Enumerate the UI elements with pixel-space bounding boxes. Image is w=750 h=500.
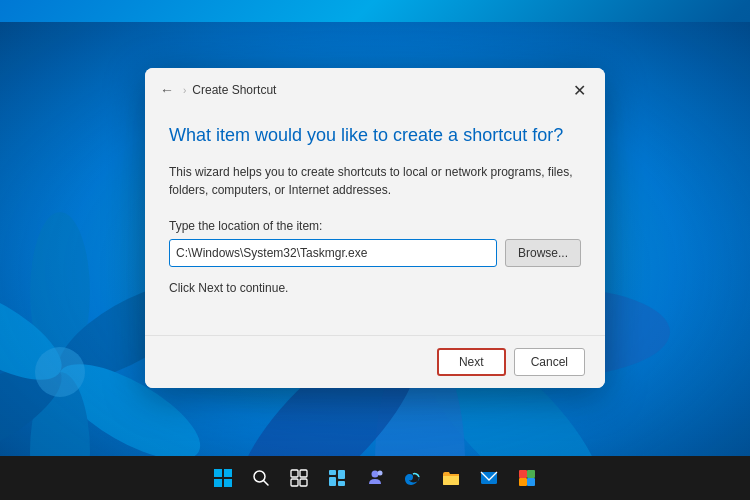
- dialog-footer: Next Cancel: [145, 335, 605, 388]
- dialog-heading: What item would you like to create a sho…: [169, 124, 581, 147]
- create-shortcut-dialog: ← › Create Shortcut ✕ What item would yo…: [145, 68, 605, 388]
- hint-text: Click Next to continue.: [169, 281, 581, 295]
- dialog-description: This wizard helps you to create shortcut…: [169, 163, 581, 199]
- cancel-button[interactable]: Cancel: [514, 348, 585, 376]
- close-button[interactable]: ✕: [565, 78, 593, 102]
- dialog-title: Create Shortcut: [192, 83, 276, 97]
- desktop: ← › Create Shortcut ✕ What item would yo…: [0, 0, 750, 500]
- breadcrumb-separator: ›: [183, 85, 186, 96]
- input-row: Browse...: [169, 239, 581, 267]
- input-label: Type the location of the item:: [169, 219, 581, 233]
- location-input[interactable]: [169, 239, 497, 267]
- dialog-titlebar: ← › Create Shortcut ✕: [145, 68, 605, 108]
- dialog-body: What item would you like to create a sho…: [145, 108, 605, 335]
- dialog-overlay: ← › Create Shortcut ✕ What item would yo…: [0, 0, 750, 500]
- title-left: ← › Create Shortcut: [157, 80, 276, 100]
- browse-button[interactable]: Browse...: [505, 239, 581, 267]
- back-button[interactable]: ←: [157, 80, 177, 100]
- next-button[interactable]: Next: [437, 348, 506, 376]
